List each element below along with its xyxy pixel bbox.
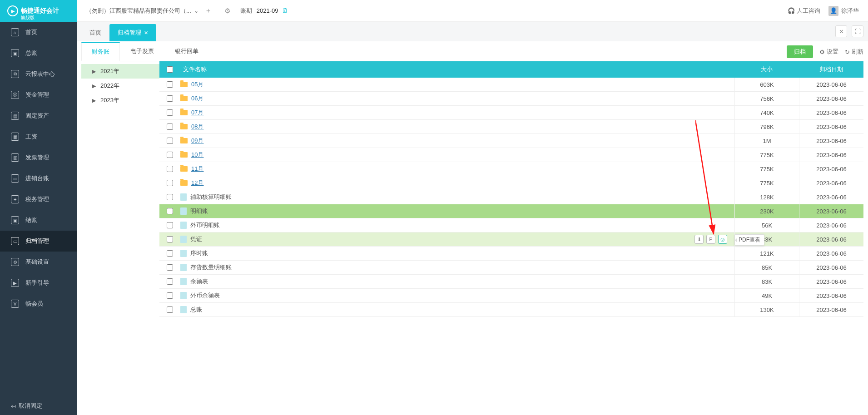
row-checkbox[interactable]	[167, 180, 173, 186]
page-tab[interactable]: 归档管理✕	[109, 24, 156, 41]
fullscreen-button[interactable]: ⛶	[852, 25, 863, 37]
sidebar-item-gear[interactable]: ⚙基础设置	[0, 252, 77, 272]
year-item[interactable]: ▶2022年	[81, 79, 159, 93]
table-row[interactable]: 存货数量明细账85K2023-06-06	[159, 261, 863, 275]
year-item[interactable]: ▶2023年	[81, 93, 159, 108]
table-row[interactable]: 05月603K2023-06-06	[159, 78, 863, 92]
sidebar-item-asset[interactable]: ▤固定资产	[0, 105, 77, 126]
refresh-button[interactable]: ↻刷新	[845, 48, 863, 56]
select-all-checkbox[interactable]	[167, 66, 173, 73]
gear-icon: ⚙	[11, 258, 19, 266]
row-checkbox[interactable]	[167, 208, 173, 214]
table-row[interactable]: 余额表83K2023-06-06	[159, 275, 863, 289]
row-checkbox[interactable]	[167, 95, 173, 102]
sidebar-item-money[interactable]: Ⓜ资金管理	[0, 84, 77, 105]
sidebar-item-invoice[interactable]: ▥发票管理	[0, 147, 77, 168]
row-checkbox[interactable]	[167, 306, 173, 313]
gear-icon: ⚙	[819, 49, 825, 55]
table-row[interactable]: 总账130K2023-06-06	[159, 303, 863, 317]
sidebar-item-tax[interactable]: ✦税务管理	[0, 189, 77, 210]
col-name: 文件名称	[180, 65, 734, 74]
calendar-icon[interactable]: 🗓	[282, 7, 288, 14]
subtab[interactable]: 银行回单	[164, 42, 209, 61]
avatar-icon: 👤	[828, 6, 838, 16]
pdf-icon[interactable]: P	[706, 235, 715, 244]
year-label: 2021年	[100, 67, 119, 75]
settings-button[interactable]: ⚙设置	[819, 48, 838, 56]
table-row[interactable]: 10月775K2023-06-06	[159, 148, 863, 162]
sidebar-item-home[interactable]: ⌂首页	[0, 22, 77, 43]
tax-icon: ✦	[11, 195, 19, 203]
archive-date: 2023-06-06	[799, 232, 863, 246]
file-name-link[interactable]: 10月	[191, 151, 203, 159]
table-row[interactable]: 凭证⬇P◎PDF查看33K2023-06-06	[159, 232, 863, 247]
table-row[interactable]: 外币明细账56K2023-06-06	[159, 218, 863, 232]
sidebar-item-vip[interactable]: V畅会员	[0, 293, 77, 314]
year-item[interactable]: ▶2021年	[81, 64, 159, 79]
sidebar-item-salary[interactable]: ▦工资	[0, 126, 77, 147]
file-name-link[interactable]: 11月	[191, 165, 203, 173]
close-all-tabs-button[interactable]: ✕	[835, 25, 847, 37]
tooltip: PDF查看	[734, 234, 764, 246]
close-icon[interactable]: ✕	[144, 30, 148, 36]
archive-button[interactable]: 归档	[787, 45, 813, 58]
file-name-link[interactable]: 05月	[191, 80, 203, 89]
page-tab[interactable]: 首页	[81, 24, 109, 41]
preview-icon[interactable]: ◎	[718, 235, 727, 244]
period-value[interactable]: 2021-09	[257, 7, 278, 14]
table-row[interactable]: 11月775K2023-06-06	[159, 162, 863, 176]
file-size: 230K	[734, 204, 799, 218]
table-row[interactable]: 06月756K2023-06-06	[159, 92, 863, 106]
table-row[interactable]: 07月740K2023-06-06	[159, 106, 863, 120]
table-row[interactable]: 09月1M2023-06-06	[159, 134, 863, 148]
sidebar-item-stock[interactable]: ▭进销台账	[0, 168, 77, 189]
row-checkbox[interactable]	[167, 236, 173, 242]
table-row[interactable]: 12月775K2023-06-06	[159, 176, 863, 190]
row-checkbox[interactable]	[167, 194, 173, 200]
row-checkbox[interactable]	[167, 222, 173, 228]
table-row[interactable]: 序时账121K2023-06-06	[159, 247, 863, 261]
file-name-link[interactable]: 12月	[191, 179, 203, 187]
sidebar-item-close[interactable]: ▣结账	[0, 210, 77, 231]
table-row[interactable]: 辅助核算明细账128K2023-06-06	[159, 190, 863, 204]
row-checkbox[interactable]	[167, 264, 173, 271]
sidebar-item-guide[interactable]: ▶新手引导	[0, 272, 77, 293]
folder-icon	[180, 110, 188, 115]
sidebar-item-archive[interactable]: ▭归档管理	[0, 231, 77, 252]
sidebar-item-chart[interactable]: ⧉云报表中心	[0, 64, 77, 84]
company-selector[interactable]: （勿删）江西服宝精品有限责任公司（... ⌄	[86, 7, 198, 15]
file-name-link[interactable]: 09月	[191, 137, 203, 145]
file-name: 外币余额表	[190, 291, 220, 300]
gear-icon[interactable]: ⚙	[224, 7, 230, 15]
brand-logo[interactable]: ▸ 畅捷通好会计 旗舰版	[0, 0, 77, 22]
file-name-link[interactable]: 07月	[191, 109, 203, 117]
sidebar-item-ledger[interactable]: ▣总账	[0, 43, 77, 64]
subtab[interactable]: 电子发票	[120, 42, 164, 61]
sidebar-item-label: 畅会员	[25, 300, 43, 308]
row-checkbox[interactable]	[167, 109, 173, 116]
subtab[interactable]: 财务账	[81, 42, 120, 61]
table-row[interactable]: 外币余额表49K2023-06-06	[159, 289, 863, 303]
year-label: 2022年	[100, 82, 119, 90]
file-name-link[interactable]: 06月	[191, 94, 203, 103]
user-menu[interactable]: 👤 徐泽华	[828, 6, 859, 16]
support-button[interactable]: 🎧 人工咨询	[788, 7, 820, 15]
download-icon[interactable]: ⬇	[694, 235, 704, 244]
home-icon: ⌂	[11, 28, 19, 36]
file-icon	[180, 264, 187, 271]
add-icon[interactable]: ＋	[205, 6, 212, 15]
period-label: 账期	[240, 7, 252, 15]
row-checkbox[interactable]	[167, 81, 173, 88]
table-row[interactable]: 08月796K2023-06-06	[159, 120, 863, 134]
table-row[interactable]: 明细账230K2023-06-06	[159, 204, 863, 218]
sidebar-unpin[interactable]: ↤取消固定	[0, 397, 77, 415]
row-checkbox[interactable]	[167, 166, 173, 172]
row-checkbox[interactable]	[167, 250, 173, 257]
file-name-link[interactable]: 08月	[191, 123, 203, 131]
row-checkbox[interactable]	[167, 292, 173, 299]
row-checkbox[interactable]	[167, 124, 173, 130]
row-checkbox[interactable]	[167, 138, 173, 144]
row-checkbox[interactable]	[167, 152, 173, 158]
row-checkbox[interactable]	[167, 278, 173, 285]
file-icon	[180, 250, 187, 257]
